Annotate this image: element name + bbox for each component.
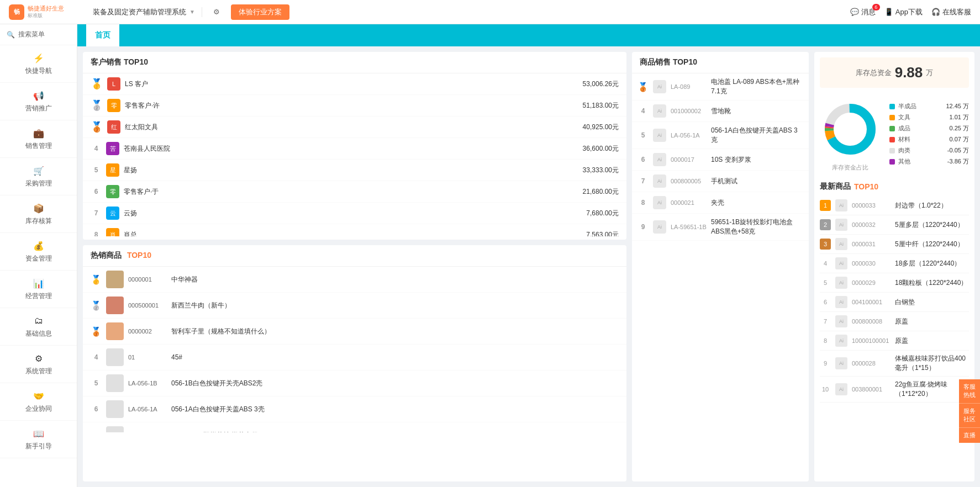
customer-value: 33,333.00元 [583, 166, 619, 175]
sidebar-item-purchase[interactable]: 🛒 采购管理 [0, 158, 77, 195]
message-badge: 6 [872, 4, 880, 10]
rank-number: 4 [637, 105, 649, 117]
sidebar-item-basics[interactable]: 🗂 基础信息 [0, 308, 77, 346]
sidebar-item-marketing[interactable]: 📢 营销推广 [0, 83, 77, 120]
sidebar-item-operations[interactable]: 📊 经营管理 [0, 271, 77, 308]
money-icon: 💰 [33, 240, 45, 252]
product-name: 夹壳 [711, 198, 803, 208]
product-icon: Ai [653, 104, 666, 118]
rank-number: 4 [91, 143, 102, 154]
product-code: 0000033 [852, 202, 891, 209]
sidebar-item-quick-nav[interactable]: ⚡ 快捷导航 [0, 45, 77, 83]
legend-item-material: 材料 0.07 万 [889, 135, 969, 144]
avatar: 星 [106, 163, 119, 177]
middle-panel: 商品销售 TOP10 🥉 Ai LA-089 电池盖 LA-089 ABS本色+… [632, 52, 809, 481]
product-code: LA-056-1A [671, 132, 707, 139]
settings-icon: ⚙ [33, 352, 45, 364]
hot-products-header: 热销商品 TOP10 [83, 245, 626, 267]
legend-value: 12.45 万 [946, 102, 969, 110]
nav-bar: 首页 [77, 24, 980, 46]
product-icon: Ai [835, 238, 847, 250]
customer-rank-list: 🥇 L LS 客户 53,006.26元 🥈 零 零售客户·许 51,183.0… [83, 73, 626, 236]
hot-products-card: 热销商品 TOP10 🥇 0000001 中华神器 🥈 [83, 245, 626, 481]
product-code: 0000030 [852, 260, 891, 267]
right-panel: 库存总资金 9.88 万 [814, 52, 974, 481]
message-button[interactable]: 💬 消息 6 [850, 7, 876, 17]
medal-silver-icon: 🥈 [91, 99, 103, 112]
trial-button[interactable]: 体验行业方案 [231, 4, 289, 20]
product-icon: Ai [835, 335, 847, 347]
avatar: L [107, 77, 120, 91]
top-bar: 畅 畅捷通好生意 标准版 装备及固定资产辅助管理系统 ▼ ⚙ 体验行业方案 💬 … [0, 0, 980, 24]
legend-name: 成品 [898, 124, 946, 133]
lightning-icon: ⚡ [33, 52, 45, 64]
sidebar-item-collab[interactable]: 🤝 企业协同 [0, 383, 77, 421]
sidebar-label-guide: 新手引导 [25, 442, 52, 451]
product-name: 59651-1B旋转投影灯电池盒ABS黑色+58克 [711, 218, 803, 236]
customer-value: 53,006.26元 [583, 80, 619, 89]
inventory-summary: 库存总资金 9.88 万 [820, 57, 969, 88]
product-code: NB2.0X30B [128, 432, 167, 432]
sidebar-label-system: 系统管理 [25, 367, 52, 376]
product-name: 封边带（1.0*22） [895, 201, 969, 210]
online-service-button[interactable]: 🎧 在线客服 [931, 7, 971, 17]
logo-sub: 标准版 [28, 12, 64, 19]
customer-value: 21,680.00元 [583, 187, 619, 197]
sidebar-item-guide[interactable]: 📖 新手引导 [0, 421, 77, 458]
handshake-icon: 🤝 [33, 390, 45, 402]
legend-name: 其他 [898, 157, 944, 166]
customer-ranking-title: 客户销售 TOP10 [91, 57, 148, 67]
product-name: 10S 变刹罗浆 [711, 155, 803, 165]
product-rank-list: 🥉 Ai LA-089 电池盖 LA-089 ABS本色+黑种 7.1克 4 A… [632, 73, 809, 479]
sidebar-item-system[interactable]: ⚙ 系统管理 [0, 346, 77, 383]
product-name: 原盖 [895, 336, 969, 346]
rank-number: 5 [91, 165, 102, 176]
main-layout: 🔍 搜索菜单 ⚡ 快捷导航 📢 营销推广 💼 销售管理 🛒 采购管理 📦 库存核… [0, 24, 980, 487]
float-live-btn[interactable]: 直播 [959, 428, 980, 443]
product-icon: Ai [835, 296, 847, 308]
sidebar-item-finance[interactable]: 💰 资金管理 [0, 233, 77, 271]
list-item: 8 Ai 10000100001 原盖 [820, 331, 969, 351]
legend-value: -0.05 万 [947, 146, 969, 155]
legend-value: 1.01 万 [950, 113, 969, 121]
product-ranking-header: 商品销售 TOP10 [632, 52, 809, 73]
gear-button[interactable]: ⚙ [209, 4, 224, 20]
rank-number: 4 [91, 352, 102, 363]
customer-ranking-card: 客户销售 TOP10 🥇 L LS 客户 53,006.26元 🥈 [83, 52, 626, 240]
product-name: 新西兰牛肉（新牛） [171, 301, 619, 310]
list-item: 6 Ai 004100001 白钢垫 [820, 293, 969, 312]
list-item: 🥉 0000002 智利车子里（规格不知道填什么） [83, 319, 626, 345]
product-code: 0000001 [128, 276, 167, 283]
search-menu-item[interactable]: 🔍 搜索菜单 [0, 24, 77, 45]
inventory-amount: 9.88 [895, 64, 923, 81]
float-service-btn[interactable]: 客服热线 [959, 379, 980, 404]
inventory-unit: 万 [926, 68, 933, 78]
list-item: 🥉 Ai LA-089 电池盖 LA-089 ABS本色+黑种 7.1克 [632, 73, 809, 100]
sidebar-item-sales[interactable]: 💼 销售管理 [0, 120, 77, 158]
megaphone-icon: 📢 [33, 89, 45, 102]
product-code: 0000002 [128, 328, 167, 335]
product-code: 000800005 [671, 178, 707, 184]
search-menu-label: 搜索菜单 [18, 30, 45, 39]
product-name: 白钢垫 [895, 298, 969, 307]
top-right-actions: 💬 消息 6 📱 App下载 🎧 在线客服 [850, 7, 971, 17]
product-code: 004100001 [852, 299, 891, 305]
app-download-button[interactable]: 📱 App下载 [884, 7, 923, 17]
tab-home[interactable]: 首页 [86, 24, 119, 46]
system-selector[interactable]: 装备及固定资产辅助管理系统 ▼ [93, 7, 202, 17]
message-icon: 💬 [850, 8, 859, 16]
table-row: 6 零 零售客户·于 21,680.00元 [83, 181, 626, 203]
sidebar-item-inventory[interactable]: 📦 库存核算 [0, 195, 77, 233]
legend-name: 肉类 [898, 146, 944, 155]
system-name: 装备及固定资产辅助管理系统 [93, 7, 186, 17]
product-icon: Ai [835, 257, 847, 269]
product-name: 智利车子里（规格不知道填什么） [171, 327, 619, 336]
list-item: 5 LA-056-1B 056-1B白色按键开关壳ABS2壳 [83, 370, 626, 396]
donut-section: 库存资金占比 半成品 12.45 万 文具 1.01 万 [820, 93, 969, 177]
avatar: 零 [106, 185, 119, 198]
list-item: 1 Ai 0000033 封边带（1.0*22） [820, 196, 969, 215]
list-item: 9 Ai LA-59651-1B 59651-1B旋转投影灯电池盒ABS黑色+5… [632, 214, 809, 241]
table-row: 🥉 红 红太阳文具 40,925.00元 [83, 117, 626, 138]
list-item: 10 Ai 003800001 22g鱼豆腐·烧烤味（1*12*20） [820, 377, 969, 403]
float-community-btn[interactable]: 服务社区 [959, 404, 980, 428]
